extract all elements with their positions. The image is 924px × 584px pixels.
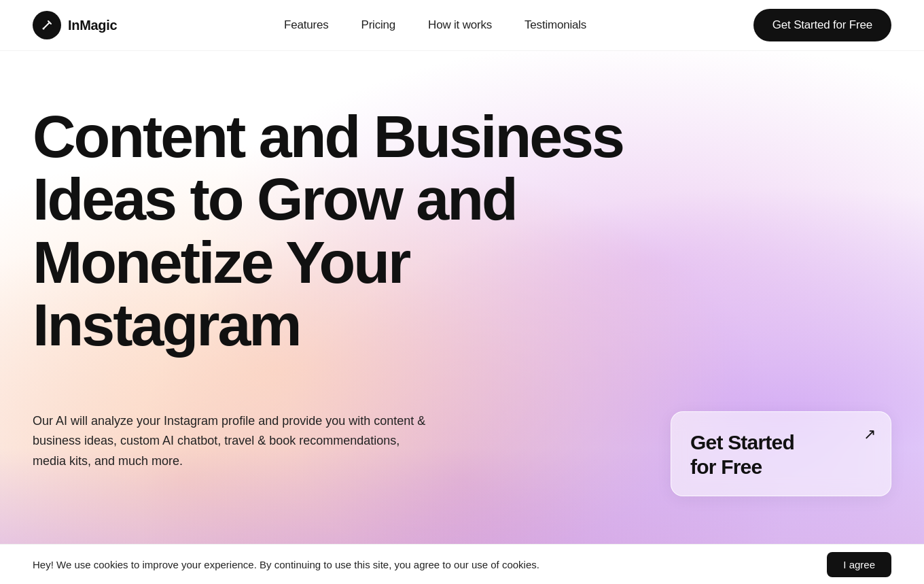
card-label: Get Startedfor Free: [690, 430, 794, 479]
cookie-banner: Hey! We use cookies to improve your expe…: [0, 544, 924, 584]
hero-content: Content and Business Ideas to Grow and M…: [0, 51, 924, 537]
cookie-message: Hey! We use cookies to improve your expe…: [33, 559, 539, 570]
logo-icon: [33, 11, 61, 39]
nav-testimonials[interactable]: Testimonials: [525, 18, 586, 31]
hero-title: Content and Business Ideas to Grow and M…: [33, 105, 644, 357]
get-started-card[interactable]: ↗ Get Startedfor Free: [671, 411, 891, 496]
nav-links: Features Pricing How it works Testimonia…: [284, 18, 586, 32]
nav-cta-button[interactable]: Get Started for Free: [753, 9, 891, 41]
cookie-agree-button[interactable]: I agree: [827, 552, 891, 577]
hero-section: Content and Business Ideas to Grow and M…: [0, 51, 924, 584]
nav-how-it-works[interactable]: How it works: [428, 18, 492, 31]
hero-bottom: Our AI will analyze your Instagram profi…: [33, 411, 891, 496]
navbar: InMagic Features Pricing How it works Te…: [0, 0, 924, 51]
logo-link[interactable]: InMagic: [33, 11, 117, 39]
svg-point-3: [43, 28, 45, 30]
hero-description: Our AI will analyze your Instagram profi…: [33, 411, 427, 472]
logo-svg: [39, 17, 55, 33]
nav-features[interactable]: Features: [284, 18, 329, 31]
brand-name: InMagic: [68, 18, 117, 33]
card-arrow-icon: ↗: [864, 426, 876, 443]
nav-pricing[interactable]: Pricing: [361, 18, 396, 31]
